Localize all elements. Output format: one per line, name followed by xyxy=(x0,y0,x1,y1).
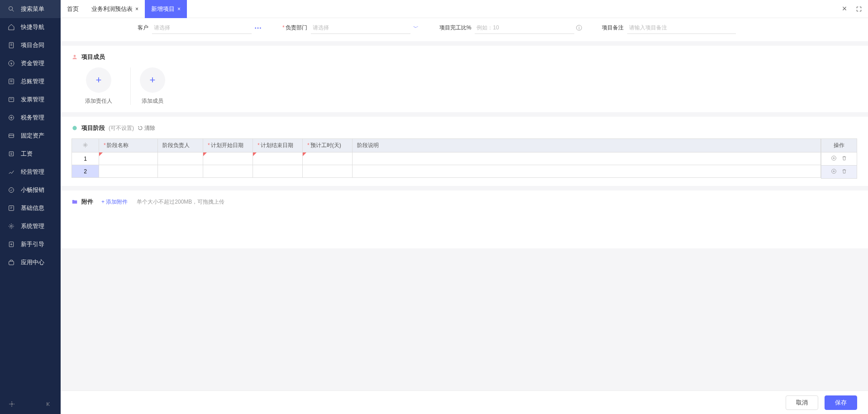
delete-row-icon[interactable] xyxy=(841,168,847,176)
sidebar-item-guide[interactable]: 新手引导 xyxy=(0,235,61,253)
add-owner-button[interactable]: + xyxy=(86,67,111,93)
sidebar-label: 快捷导航 xyxy=(21,23,44,31)
cell-phase-owner[interactable] xyxy=(158,152,203,165)
table-row[interactable]: 1 xyxy=(72,152,821,165)
sidebar-label: 发票管理 xyxy=(21,95,44,104)
svg-rect-19 xyxy=(9,206,14,211)
add-member-card: + 添加成员 xyxy=(130,67,174,105)
cell-start-date[interactable] xyxy=(203,152,253,165)
sidebar-item-biz[interactable]: 经营管理 xyxy=(0,163,61,181)
attachment-hint: 单个大小不超过200MB，可拖拽上传 xyxy=(137,198,224,206)
add-owner-card: + 添加责任人 xyxy=(76,67,121,105)
field-remark: 项目备注 xyxy=(602,22,736,34)
table-row[interactable]: 2 xyxy=(72,165,821,178)
col-start-date: *计划开始日期 xyxy=(203,139,253,152)
cancel-button[interactable]: 取消 xyxy=(786,395,818,410)
info-icon xyxy=(7,204,15,212)
cell-hours[interactable] xyxy=(303,152,353,165)
sidebar-item-tax[interactable]: 税务管理 xyxy=(0,109,61,127)
chevron-down-icon[interactable]: ﹀ xyxy=(410,24,421,32)
add-row-icon[interactable] xyxy=(831,168,837,176)
col-phase-name: *阶段名称 xyxy=(99,139,158,152)
col-phase-owner: 阶段负责人 xyxy=(158,139,203,152)
doc-icon xyxy=(7,41,15,49)
tab-home[interactable]: 首页 xyxy=(61,0,85,18)
settings-icon[interactable] xyxy=(8,400,15,409)
svg-point-29 xyxy=(85,144,86,145)
tab-label: 业务利润预估表 xyxy=(91,5,133,13)
sidebar-item-quicknav[interactable]: 快捷导航 xyxy=(0,18,61,36)
cell-desc[interactable] xyxy=(353,152,821,165)
members-icon xyxy=(72,54,78,60)
collapse-icon[interactable] xyxy=(45,400,52,409)
fullscreen-icon[interactable] xyxy=(854,4,864,14)
cell-end-date[interactable] xyxy=(253,165,303,178)
field-dept: *负责部门 ﹀ xyxy=(282,22,421,34)
close-panel-icon[interactable]: × xyxy=(839,4,850,14)
expense-icon xyxy=(7,186,15,194)
sidebar-item-info[interactable]: 基础信息 xyxy=(0,199,61,217)
cell-end-date[interactable] xyxy=(253,152,303,165)
sidebar-item-apps[interactable]: 应用中心 xyxy=(0,253,61,271)
tabs-bar: 首页 业务利润预估表 × 新增项目 × × xyxy=(61,0,868,18)
field-progress: 项目完工比% ⓘ xyxy=(439,22,584,34)
tab-profit-estimate[interactable]: 业务利润预估表 × xyxy=(85,0,145,18)
sidebar-item-system[interactable]: 系统管理 xyxy=(0,217,61,235)
sidebar-item-funds[interactable]: ¥ 资金管理 xyxy=(0,54,61,72)
add-member-button[interactable]: + xyxy=(140,67,165,93)
sidebar-footer xyxy=(0,396,61,414)
sidebar-item-contract[interactable]: 项目合同 xyxy=(0,36,61,54)
col-hours: *预计工时(天) xyxy=(303,139,353,152)
svg-point-28 xyxy=(72,126,76,130)
sidebar-label: 小畅报销 xyxy=(21,186,44,194)
cell-desc[interactable] xyxy=(353,165,821,178)
section-note: (可不设置) xyxy=(109,124,134,132)
sidebar-label: 总账管理 xyxy=(21,77,44,86)
field-label: 客户 xyxy=(138,24,148,32)
svg-point-24 xyxy=(11,244,12,245)
svg-line-1 xyxy=(12,10,14,11)
save-button[interactable]: 保存 xyxy=(825,395,857,410)
cell-phase-owner[interactable] xyxy=(158,165,203,178)
sidebar-item-ledger[interactable]: 总账管理 xyxy=(0,72,61,90)
sidebar-item-expense[interactable]: 小畅报销 xyxy=(0,181,61,199)
progress-input[interactable] xyxy=(475,22,574,34)
customer-input[interactable] xyxy=(152,22,252,34)
sidebar-label: 系统管理 xyxy=(21,222,44,230)
add-member-label: 添加成员 xyxy=(142,97,163,105)
sidebar-item-salary[interactable]: 工资 xyxy=(0,145,61,163)
close-icon[interactable]: × xyxy=(135,6,138,12)
more-icon[interactable]: ⋯ xyxy=(252,24,264,32)
sidebar-item-asset[interactable]: 固定资产 xyxy=(0,127,61,145)
search-icon xyxy=(7,5,15,13)
remark-input[interactable] xyxy=(627,22,736,34)
phases-icon xyxy=(72,125,78,131)
sidebar-item-search[interactable]: 搜索菜单 xyxy=(0,0,61,18)
help-icon[interactable]: ⓘ xyxy=(574,24,584,32)
close-icon[interactable]: × xyxy=(177,6,181,12)
biz-icon xyxy=(7,168,15,176)
delete-row-icon[interactable] xyxy=(841,155,847,162)
svg-text:¥: ¥ xyxy=(10,62,12,65)
svg-point-0 xyxy=(9,7,13,10)
field-label: 项目完工比% xyxy=(439,24,472,32)
sidebar-item-invoice[interactable]: 发票管理 xyxy=(0,90,61,109)
system-icon xyxy=(7,222,15,230)
home-icon xyxy=(7,23,15,31)
clear-button[interactable]: 清除 xyxy=(138,124,155,132)
field-customer: 客户 ⋯ xyxy=(138,22,264,34)
add-attachment-button[interactable]: + 添加附件 xyxy=(101,198,128,206)
salary-icon xyxy=(7,150,15,158)
svg-rect-23 xyxy=(9,242,13,247)
cell-start-date[interactable] xyxy=(203,165,253,178)
add-row-icon[interactable] xyxy=(831,155,837,162)
cell-phase-name[interactable] xyxy=(99,152,158,165)
dept-input[interactable] xyxy=(311,22,410,34)
row-ops xyxy=(821,152,857,166)
tab-new-project[interactable]: 新增项目 × xyxy=(145,0,187,18)
guide-icon xyxy=(7,240,15,248)
gear-column-header[interactable] xyxy=(72,139,99,152)
cell-phase-name[interactable] xyxy=(99,165,158,178)
svg-rect-15 xyxy=(9,152,13,156)
cell-hours[interactable] xyxy=(303,165,353,178)
